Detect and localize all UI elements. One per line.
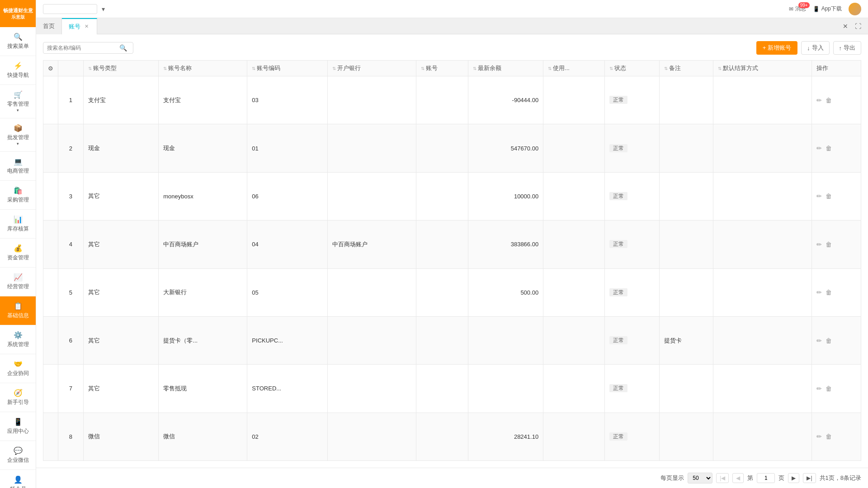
- first-page-button[interactable]: |◀: [716, 473, 729, 483]
- sidebar-item-operations[interactable]: 📈 经营管理: [0, 267, 36, 296]
- delete-button-2[interactable]: 🗑: [826, 192, 832, 200]
- delete-button-7[interactable]: 🗑: [826, 433, 832, 440]
- sidebar-item-member[interactable]: 👤 畅会员: [0, 470, 36, 488]
- col-header-bank[interactable]: ⇅开户银行: [327, 61, 416, 76]
- sidebar-icon-search: 🔍: [14, 33, 23, 41]
- col-header-account_num[interactable]: ⇅账号: [416, 61, 468, 76]
- col-label-bank: 开户银行: [337, 65, 361, 71]
- col-header-account_type[interactable]: ⇅账号类型: [83, 61, 158, 76]
- sidebar-icon-enterprise: 🤝: [14, 360, 23, 368]
- sidebar-icon-inventory: 📊: [14, 215, 23, 224]
- row-status-2: 正常: [605, 172, 660, 220]
- row-account-type-5: 其它: [83, 316, 158, 364]
- sidebar-navigation: 🔍 搜索菜单 ⚡ 快捷导航 🛒 零售管理 ▾ 📦 批发管理 ▾ 💻 电商管理 🛍…: [0, 27, 36, 488]
- col-header-usage[interactable]: ⇅使用...: [543, 61, 605, 76]
- import-button[interactable]: ↓ 导入: [801, 41, 830, 55]
- sidebar-item-appcenter[interactable]: 📱 应用中心: [0, 412, 36, 441]
- delete-button-4[interactable]: 🗑: [826, 289, 832, 296]
- sidebar-item-wholesale[interactable]: 📦 批发管理 ▾: [0, 118, 36, 152]
- col-header-status[interactable]: ⇅状态: [605, 61, 660, 76]
- tab-close-account[interactable]: ✕: [83, 23, 90, 30]
- avatar-area[interactable]: [849, 3, 861, 15]
- sidebar-item-guide[interactable]: 🧭 新手引导: [0, 383, 36, 412]
- col-header-balance[interactable]: ⇅最新余额: [468, 61, 543, 76]
- row-gear-4: [43, 268, 58, 316]
- prev-page-button[interactable]: ◀: [732, 473, 744, 483]
- row-remark-6: [660, 365, 713, 413]
- row-settlement-0: [713, 76, 812, 124]
- row-bank-7: [327, 413, 416, 460]
- delete-button-6[interactable]: 🗑: [826, 385, 832, 392]
- sidebar-item-shortcut[interactable]: ⚡ 快捷导航: [0, 56, 36, 85]
- edit-button-5[interactable]: ✏: [816, 337, 822, 344]
- edit-button-0[interactable]: ✏: [816, 97, 822, 104]
- row-balance-0: -90444.00: [468, 76, 543, 124]
- row-account-code-0: 03: [247, 76, 328, 124]
- add-account-button[interactable]: + 新增账号: [756, 41, 797, 55]
- dropdown-button[interactable]: ▾: [102, 5, 105, 13]
- edit-button-7[interactable]: ✏: [816, 433, 822, 440]
- search-input[interactable]: [47, 45, 119, 51]
- sidebar-item-wechat[interactable]: 💬 企业微信: [0, 441, 36, 470]
- sidebar-item-finance[interactable]: 💰 资金管理: [0, 239, 36, 267]
- page-size-select[interactable]: 50 100 200: [688, 473, 712, 483]
- col-header-account_code[interactable]: ⇅账号编码: [247, 61, 328, 76]
- row-account-type-6: 其它: [83, 365, 158, 413]
- row-balance-6: [468, 365, 543, 413]
- delete-button-5[interactable]: 🗑: [826, 337, 832, 344]
- export-button[interactable]: ↑ 导出: [833, 41, 862, 55]
- col-label-action: 操作: [816, 65, 828, 71]
- sidebar-icon-purchase: 🛍️: [14, 186, 23, 195]
- row-account-type-7: 微信: [83, 413, 158, 460]
- delete-button-3[interactable]: 🗑: [826, 241, 832, 248]
- settings-icon[interactable]: ⚙: [48, 65, 53, 72]
- search-wrap: 🔍: [43, 42, 133, 54]
- row-account-num-1: [416, 124, 468, 172]
- edit-button-4[interactable]: ✏: [816, 289, 822, 296]
- sidebar-item-purchase[interactable]: 🛍️ 采购管理: [0, 181, 36, 210]
- edit-button-2[interactable]: ✏: [816, 192, 822, 200]
- row-gear-0: [43, 76, 58, 124]
- sidebar: 畅捷通财生意 乐意版 🔍 搜索菜单 ⚡ 快捷导航 🛒 零售管理 ▾ 📦 批发管理…: [0, 0, 36, 488]
- sidebar-icon-operations: 📈: [14, 273, 23, 282]
- tab-home[interactable]: 首页: [36, 18, 62, 34]
- last-page-button[interactable]: ▶|: [803, 473, 816, 483]
- row-action-4: ✏ 🗑: [811, 268, 861, 316]
- sidebar-item-ecommerce[interactable]: 💻 电商管理: [0, 152, 36, 181]
- edit-button-3[interactable]: ✏: [816, 241, 822, 248]
- avatar: [849, 3, 861, 15]
- row-account-num-6: [416, 365, 468, 413]
- sidebar-item-system[interactable]: ⚙️ 系统管理: [0, 325, 36, 354]
- next-page-button[interactable]: ▶: [788, 473, 799, 483]
- row-status-1: 正常: [605, 124, 660, 172]
- col-header-settlement[interactable]: ⇅默认结算方式: [713, 61, 812, 76]
- top-search-input[interactable]: [43, 4, 97, 14]
- export-label: 导出: [844, 44, 855, 52]
- sidebar-item-enterprise[interactable]: 🤝 企业协同: [0, 354, 36, 383]
- edit-button-1[interactable]: ✏: [816, 145, 822, 152]
- edit-button-6[interactable]: ✏: [816, 385, 822, 392]
- top-bar-left: ▾: [43, 4, 105, 14]
- sidebar-icon-shortcut: ⚡: [14, 61, 23, 70]
- col-header-remark[interactable]: ⇅备注: [660, 61, 713, 76]
- sidebar-item-search[interactable]: 🔍 搜索菜单: [0, 27, 36, 56]
- row-balance-4: 500.00: [468, 268, 543, 316]
- app-download-button[interactable]: 📱 App下载: [813, 5, 842, 13]
- sidebar-item-basic[interactable]: 📋 基础信息: [0, 296, 36, 325]
- page-input[interactable]: [757, 473, 775, 483]
- tab-fullscreen-button[interactable]: ⛶: [853, 22, 863, 31]
- delete-button-0[interactable]: 🗑: [826, 97, 832, 104]
- sidebar-item-inventory[interactable]: 📊 库存核算: [0, 210, 36, 239]
- delete-button-1[interactable]: 🗑: [826, 145, 832, 152]
- sidebar-label-ecommerce: 电商管理: [7, 167, 29, 175]
- row-remark-3: [660, 221, 713, 268]
- tab-account[interactable]: 账号✕: [62, 18, 97, 34]
- top-bar-right: ✉ 消息 99+ 📱 App下载: [789, 3, 861, 15]
- tab-refresh-button[interactable]: ✕: [840, 22, 850, 31]
- sidebar-item-retail[interactable]: 🛒 零售管理 ▾: [0, 85, 36, 118]
- col-label-account_code: 账号编码: [257, 65, 280, 71]
- pagination-bar: 每页显示 50 100 200 |◀ ◀ 第 页 ▶ ▶| 共1页，8条记录: [36, 468, 868, 488]
- search-button[interactable]: 🔍: [119, 44, 127, 52]
- messages-button[interactable]: ✉ 消息 99+: [789, 5, 806, 13]
- col-header-account_name[interactable]: ⇅账号名称: [159, 61, 247, 76]
